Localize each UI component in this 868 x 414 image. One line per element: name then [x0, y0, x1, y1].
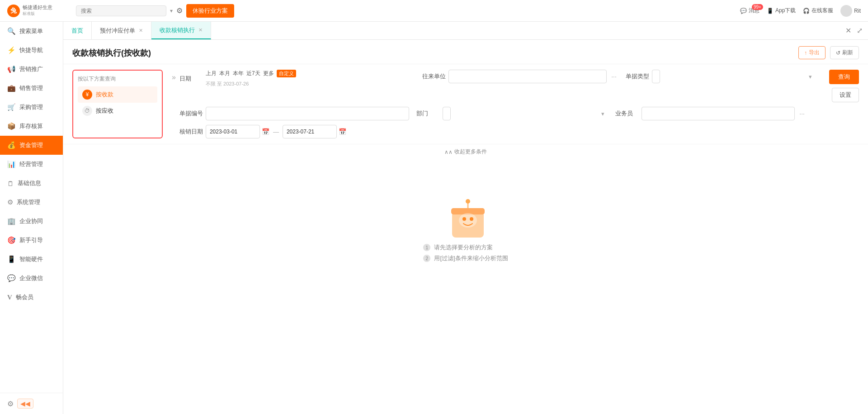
filter-section: 按以下方案查询 ¥ 按收款 ⏱ 按应收 »: [63, 64, 868, 144]
page-header: 收款核销执行(按收款) ↑ 导出 ↺ 刷新: [63, 40, 868, 64]
top-bar-right: 💬 消息 99+ 📱 App下载 🎧 在线客服 Rit: [740, 5, 861, 17]
sidebar-item-vip[interactable]: V 畅会员: [0, 288, 63, 307]
writeoff-date-to[interactable]: 2023-07-21: [283, 125, 337, 138]
lightning-icon: ⚡: [7, 46, 16, 54]
date-custom-badge[interactable]: 自定义: [277, 70, 296, 77]
tab-collection[interactable]: 收款核销执行 ✕: [151, 22, 211, 39]
svg-point-6: [466, 199, 470, 204]
page-inner: 收款核销执行(按收款) ↑ 导出 ↺ 刷新 按以下方案查询: [63, 40, 868, 414]
sidebar-item-smart-hw[interactable]: 📱 智能硬件: [0, 250, 63, 269]
export-label: 导出: [809, 49, 820, 57]
user-area[interactable]: Rit: [840, 5, 861, 17]
sidebar-item-system[interactable]: ⚙ 系统管理: [0, 193, 63, 212]
system-icon: ⚙: [7, 198, 13, 206]
sidebar-item-operations[interactable]: 📊 经营管理: [0, 155, 63, 174]
logo-badge: 标准版: [23, 11, 52, 17]
date-shortcut-7days[interactable]: 近7天: [246, 70, 260, 77]
tab-bar-actions: ✕ ⤢: [844, 24, 868, 37]
sidebar-item-basic-info[interactable]: 🗒 基础信息: [0, 174, 63, 193]
date-shortcut-thismonth[interactable]: 本月: [219, 70, 230, 77]
tab-home[interactable]: 首页: [63, 22, 92, 39]
gear-icon[interactable]: ⚙: [176, 6, 183, 15]
tab-bar: 首页 预付冲应付单 ✕ 收款核销执行 ✕ ✕ ⤢: [63, 22, 868, 40]
message-icon: 💬: [740, 8, 747, 14]
refresh-label: 刷新: [842, 49, 853, 57]
export-icon: ↑: [804, 50, 807, 56]
date-filter-label: 日期: [179, 75, 203, 83]
filter-option-receivable[interactable]: ⏱ 按应收: [78, 103, 157, 119]
guide-icon: 🎯: [7, 236, 16, 244]
sidebar-settings-button[interactable]: ⚙: [7, 400, 14, 408]
sidebar-bottom: ⚙ ◀◀: [0, 393, 63, 414]
user-name: Rit: [854, 8, 861, 14]
sidebar-item-label: 采购管理: [19, 103, 43, 111]
collapse-more-button[interactable]: ∧∧ 收起更多条件: [444, 148, 487, 156]
message-icon-area[interactable]: 💬 消息 99+: [740, 7, 760, 14]
counterpart-more-icon[interactable]: ···: [609, 73, 618, 80]
salesperson-more-icon[interactable]: ···: [797, 110, 807, 117]
sidebar-item-sales[interactable]: 💼 销售管理: [0, 79, 63, 98]
sidebar-item-enterprise[interactable]: 🏢 企业协同: [0, 212, 63, 231]
message-badge: 99+: [752, 4, 763, 10]
sidebar-item-label: 企业协同: [19, 217, 43, 225]
date-shortcut-lastmonth[interactable]: 上月: [206, 70, 217, 77]
page-title: 收款核销执行(按收款): [72, 48, 151, 58]
receivable-icon: ⏱: [82, 106, 92, 116]
voucher-no-label: 单据编号: [179, 109, 203, 118]
sidebar-item-finance[interactable]: 💰 资金管理: [0, 136, 63, 155]
empty-robot-svg: [443, 195, 493, 241]
chevron-down-icon[interactable]: ▾: [170, 8, 173, 14]
counterpart-input[interactable]: [448, 70, 607, 83]
online-service[interactable]: 🎧 在线客服: [803, 7, 833, 14]
list-icon: 🗒: [7, 180, 14, 187]
cart-icon: 🛒: [7, 103, 16, 111]
filter-option-collection[interactable]: ¥ 按收款: [78, 86, 157, 103]
calendar-icon-from[interactable]: 📅: [262, 128, 269, 135]
collapse-more-label: 收起更多条件: [454, 148, 487, 156]
settings-button[interactable]: 设置: [832, 88, 859, 102]
sidebar-item-marketing[interactable]: 📢 营销推广: [0, 60, 63, 79]
writeoff-date-label: 核销日期: [179, 128, 203, 136]
tab-prepayment[interactable]: 预付冲应付单 ✕: [92, 22, 151, 39]
sidebar-item-quick-nav[interactable]: ⚡ 快捷导航: [0, 41, 63, 60]
tab-expand-button[interactable]: ⤢: [855, 24, 864, 37]
sidebar-item-label: 畅会员: [16, 293, 33, 301]
department-label: 部门: [416, 109, 440, 118]
sidebar: 🔍 搜索菜单 ⚡ 快捷导航 📢 营销推广 💼 销售管理 🛒 采购管理 📦 库存核…: [0, 22, 63, 414]
page-header-actions: ↑ 导出 ↺ 刷新: [798, 46, 859, 59]
voucher-no-input[interactable]: [206, 107, 409, 120]
tab-close-icon[interactable]: ✕: [198, 27, 203, 33]
filter-panel-collapse-button[interactable]: »: [172, 73, 176, 81]
salesperson-input[interactable]: [642, 107, 795, 120]
app-download[interactable]: 📱 App下载: [767, 7, 796, 14]
sidebar-item-search-menu[interactable]: 🔍 搜索菜单: [0, 22, 63, 41]
chevron-up-icon: ∧∧: [444, 149, 453, 155]
sales-icon: 💼: [7, 84, 16, 92]
search-input[interactable]: [76, 5, 166, 16]
refresh-button[interactable]: ↺ 刷新: [830, 46, 859, 59]
app-download-label: App下载: [775, 7, 796, 14]
sidebar-item-purchase[interactable]: 🛒 采购管理: [0, 98, 63, 117]
sidebar-item-beginner[interactable]: 🎯 新手引导: [0, 231, 63, 250]
writeoff-date-from[interactable]: 2023-03-01: [206, 125, 260, 138]
query-button[interactable]: 查询: [829, 70, 859, 84]
sidebar-item-label: 资金管理: [19, 141, 43, 149]
calendar-icon-to[interactable]: 📅: [339, 128, 346, 135]
top-bar-search: ▾ ⚙ 休验行业方案: [76, 4, 735, 18]
sidebar-item-wechat[interactable]: 💬 企业微信: [0, 269, 63, 288]
enterprise-icon: 🏢: [7, 217, 16, 225]
tab-close-icon[interactable]: ✕: [139, 28, 143, 33]
date-shortcut-more[interactable]: 更多: [263, 70, 274, 77]
doc-type-select[interactable]: [652, 70, 660, 83]
industry-button[interactable]: 休验行业方案: [186, 4, 234, 18]
filter-left-panel: 按以下方案查询 ¥ 按收款 ⏱ 按应收: [72, 70, 163, 138]
tab-close-all-button[interactable]: ✕: [844, 24, 853, 37]
sidebar-item-label: 系统管理: [17, 198, 40, 206]
sidebar-item-inventory[interactable]: 📦 库存核算: [0, 117, 63, 136]
salesperson-label: 业务员: [615, 109, 639, 118]
date-shortcut-thisyear[interactable]: 本年: [233, 70, 244, 77]
export-button[interactable]: ↑ 导出: [798, 46, 826, 59]
sidebar-collapse-button[interactable]: ◀◀: [17, 399, 33, 409]
department-select[interactable]: [443, 107, 451, 120]
finance-icon: 💰: [7, 141, 16, 149]
